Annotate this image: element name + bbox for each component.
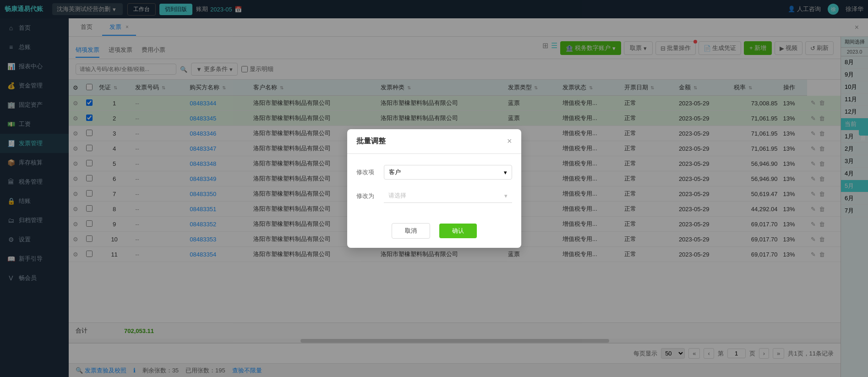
to-dropdown-icon: ▾ (504, 192, 508, 199)
modify-to-placeholder: 请选择 (388, 191, 406, 200)
modify-field-row: 修改项 客户 ▾ (356, 165, 512, 180)
batch-adjust-modal: 批量调整 × 修改项 客户 ▾ 修改为 请选择 ▾ 取消 确认 (347, 129, 521, 248)
modify-to-label: 修改为 (356, 192, 384, 200)
field-dropdown-icon: ▾ (504, 169, 507, 176)
modal-footer: 取消 确认 (347, 223, 521, 248)
modify-field-value: 客户 (389, 168, 401, 176)
modal-body: 修改项 客户 ▾ 修改为 请选择 ▾ (347, 154, 521, 223)
modify-to-select[interactable]: 请选择 ▾ (384, 189, 512, 203)
modal-close-button[interactable]: × (507, 137, 512, 146)
modify-field-select[interactable]: 客户 ▾ (384, 165, 512, 180)
confirm-button[interactable]: 确认 (439, 224, 477, 238)
modal-header: 批量调整 × (347, 129, 521, 154)
modify-to-row: 修改为 请选择 ▾ (356, 189, 512, 203)
modal-overlay: 批量调整 × 修改项 客户 ▾ 修改为 请选择 ▾ 取消 确认 (0, 0, 868, 377)
modify-field-label: 修改项 (356, 168, 384, 176)
modal-title: 批量调整 (356, 137, 386, 146)
cancel-button[interactable]: 取消 (392, 223, 430, 239)
